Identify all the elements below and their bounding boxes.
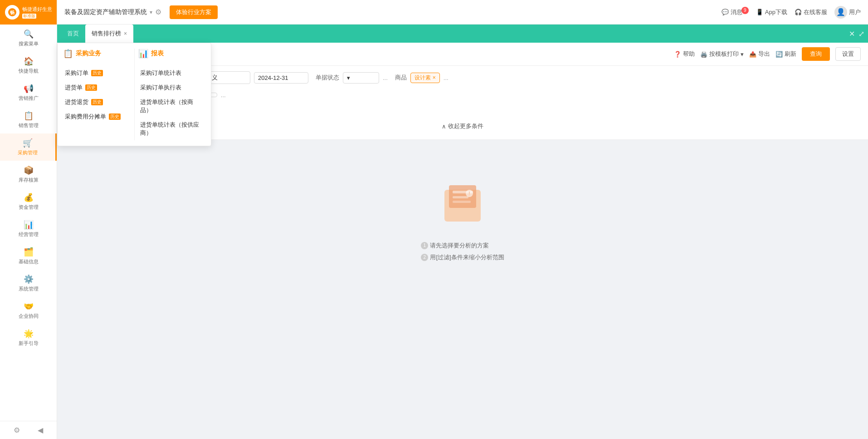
query-button[interactable]: 查询 xyxy=(802,47,830,61)
print-button[interactable]: 🖨️ 按模板打印 ▾ xyxy=(700,50,744,58)
doc-status-dropdown[interactable]: ▾ xyxy=(343,72,379,84)
sidebar-logo: 畅 畅捷通好生意 标准版 xyxy=(0,0,57,25)
sidebar-item-marketing[interactable]: 📢 营销推广 xyxy=(0,79,57,106)
empty-hint-2: 2 用[过滤]条件来缩小分析范围 xyxy=(421,252,504,263)
tabbar: 首页 销售排行榜 × ✕ ⤢ xyxy=(57,25,868,43)
tab-maximize-icon[interactable]: ⤢ xyxy=(858,30,864,38)
dropdown-item-supplier-stats[interactable]: 进货单统计表（按供应商） xyxy=(138,118,206,140)
goods-label: 商品 xyxy=(395,74,407,82)
sidebar-item-finance[interactable]: 💰 资金管理 xyxy=(0,188,57,215)
svg-rect-6 xyxy=(453,201,471,203)
salesman-dots[interactable]: ... xyxy=(221,92,226,99)
goods-tag[interactable]: 设计素 × xyxy=(410,73,440,83)
industry-solution-button[interactable]: 体验行业方案 xyxy=(170,5,218,19)
tab-sales-rank[interactable]: 销售排行榜 × xyxy=(85,25,133,43)
history-badge-purchase-order: 历史 xyxy=(91,70,103,76)
sidebar-item-quick-nav[interactable]: 🏠 快捷导航 xyxy=(0,52,57,79)
goods-tag-text: 设计素 xyxy=(414,74,431,82)
topbar-gear-icon[interactable]: ⚙ xyxy=(155,8,161,16)
date-input[interactable]: 2024-12-31 xyxy=(254,72,308,84)
online-service-label: 在线客服 xyxy=(804,8,827,16)
online-service-item[interactable]: 🎧 在线客服 xyxy=(795,8,827,16)
sales-icon: 📋 xyxy=(24,111,34,121)
empty-illustration: ! xyxy=(435,176,490,231)
empty-hint-1: 1 请先选择要分析的方案 xyxy=(421,240,504,252)
user-item[interactable]: 👤 用户 xyxy=(834,6,861,19)
sidebar-footer: ⚙ ◀ xyxy=(0,421,57,439)
order-exec-label: 采购订单执行表 xyxy=(140,84,181,92)
help-label: 帮助 xyxy=(683,50,695,58)
empty-hint-1-text: 请先选择要分析的方案 xyxy=(430,240,489,252)
help-icon: ❓ xyxy=(674,51,681,58)
sidebar: 畅 畅捷通好生意 标准版 🔍 搜索菜单 🏠 快捷导航 📢 营销推广 📋 销售管理… xyxy=(0,0,57,439)
user-label: 用户 xyxy=(849,8,861,16)
print-chevron-icon[interactable]: ▾ xyxy=(741,51,744,58)
history-badge-goods: 历史 xyxy=(85,84,97,91)
help-button[interactable]: ❓ 帮助 xyxy=(674,50,695,58)
history-badge-return: 历史 xyxy=(91,99,103,105)
order-stats-label: 采购订单统计表 xyxy=(140,69,181,77)
sidebar-item-system[interactable]: ⚙️ 系统管理 xyxy=(0,270,57,297)
topbar-title-area: 装备及固定资产辅助管理系统 ▾ ⚙ 体验行业方案 xyxy=(64,5,722,19)
dropdown-item-goods-stats[interactable]: 进货单统计表（按商品） xyxy=(138,95,206,118)
dropdown-item-purchase-order[interactable]: 采购订单 历史 xyxy=(63,66,131,80)
sidebar-item-label: 库存核算 xyxy=(19,177,39,183)
inventory-icon: 📦 xyxy=(24,165,34,175)
purchase-goods-label: 进货单 xyxy=(65,84,83,92)
dropdown-item-order-exec[interactable]: 采购订单执行表 xyxy=(138,80,206,95)
goods-tag-close-icon[interactable]: × xyxy=(433,74,436,81)
system-icon: ⚙️ xyxy=(24,274,34,284)
finance-icon: 💰 xyxy=(24,192,34,202)
topbar-right: 💬 消息 9 📱 App下载 🎧 在线客服 👤 用户 xyxy=(722,6,861,19)
dropdown-item-purchase-goods[interactable]: 进货单 历史 xyxy=(63,80,131,95)
empty-state: ! 1 请先选择要分析的方案 2 用[过滤]条件来缩小分析范围 xyxy=(57,140,868,300)
sidebar-item-label: 搜索菜单 xyxy=(19,40,39,47)
filter-doc-status: 单据状态 ▾ ... xyxy=(316,72,388,84)
sidebar-item-inventory[interactable]: 📦 库存核算 xyxy=(0,161,57,188)
doc-status-dots[interactable]: ... xyxy=(383,74,388,81)
refresh-icon: 🔄 xyxy=(775,51,783,58)
svg-text:!: ! xyxy=(469,191,470,196)
sidebar-item-guide[interactable]: 🌟 新手引导 xyxy=(0,324,57,351)
avatar: 👤 xyxy=(834,6,847,19)
tab-close-all-icon[interactable]: ✕ xyxy=(849,30,855,38)
tab-sales-rank-label: 销售排行榜 xyxy=(92,30,121,38)
empty-text: 1 请先选择要分析的方案 2 用[过滤]条件来缩小分析范围 xyxy=(421,240,504,263)
tab-close-icon[interactable]: × xyxy=(124,30,127,37)
home-icon: 🏠 xyxy=(24,56,34,66)
refresh-button[interactable]: 🔄 刷新 xyxy=(775,50,796,58)
app-download-item[interactable]: 📱 App下载 xyxy=(756,8,787,16)
supplier-stats-label: 进货单统计表（按供应商） xyxy=(140,121,204,137)
tab-home[interactable]: 首页 xyxy=(61,25,85,43)
goods-dots[interactable]: ... xyxy=(444,74,449,81)
sidebar-item-cooperation[interactable]: 🤝 企业协同 xyxy=(0,297,57,324)
settings-button[interactable]: 设置 xyxy=(835,47,861,61)
dropdown-divider xyxy=(134,49,135,140)
dropdown-item-order-stats[interactable]: 采购订单统计表 xyxy=(138,66,206,80)
topbar-chevron-icon[interactable]: ▾ xyxy=(150,9,152,15)
collapse-icon: ∧ xyxy=(442,123,446,130)
sidebar-item-sales[interactable]: 📋 销售管理 xyxy=(0,106,57,133)
sidebar-item-label: 新手引导 xyxy=(19,340,39,347)
service-icon: 🎧 xyxy=(795,9,802,15)
sidebar-item-purchase[interactable]: 🛒 采购管理 xyxy=(0,133,57,161)
message-icon: 💬 xyxy=(722,9,729,15)
dropdown-item-purchase-return[interactable]: 进货退货 历史 xyxy=(63,95,131,109)
tabbar-right: ✕ ⤢ xyxy=(849,30,864,38)
sidebar-item-basic[interactable]: 🗂️ 基础信息 xyxy=(0,242,57,270)
sidebar-item-label: 系统管理 xyxy=(19,286,39,292)
export-button[interactable]: 📤 导出 xyxy=(749,50,770,58)
purchase-section-icon: 📋 xyxy=(63,49,73,59)
purchase-return-label: 进货退货 xyxy=(65,98,88,106)
dropdown-overlay: 📋 采购业务 采购订单 历史 进货单 历史 进货退货 历史 采购费用分摊单 历史 xyxy=(57,43,211,146)
dropdown-item-purchase-expense[interactable]: 采购费用分摊单 历史 xyxy=(63,109,131,124)
sidebar-collapse-btn[interactable]: ◀ xyxy=(38,426,43,434)
sidebar-item-search[interactable]: 🔍 搜索菜单 xyxy=(0,25,57,52)
sidebar-item-label: 基础信息 xyxy=(19,258,39,265)
sidebar-settings-btn[interactable]: ⚙ xyxy=(14,426,20,434)
message-item[interactable]: 💬 消息 9 xyxy=(722,8,749,16)
dropdown-purchase-header: 📋 采购业务 xyxy=(63,49,131,61)
purchase-section-title: 采购业务 xyxy=(76,49,101,58)
sidebar-item-operation[interactable]: 📊 经营管理 xyxy=(0,215,57,242)
dropdown-report-header: 📊 报表 xyxy=(138,49,206,61)
